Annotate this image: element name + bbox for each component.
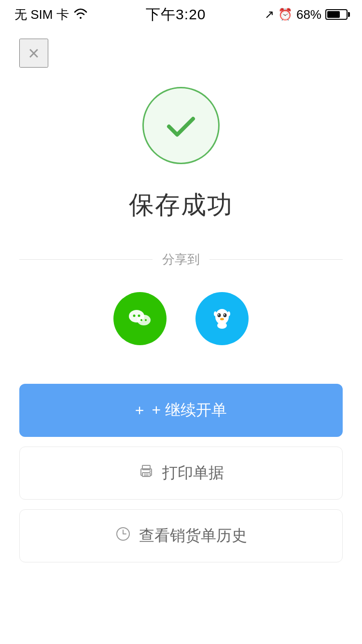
svg-point-12 [217,322,227,329]
print-label: 打印单据 [162,462,224,484]
battery-fill [327,11,340,18]
success-title: 保存成功 [129,188,233,222]
print-button[interactable]: 打印单据 [19,447,343,500]
svg-point-14 [227,311,230,316]
continue-label: + 继续开单 [152,400,227,421]
location-icon: ↗ [265,8,274,21]
svg-point-5 [145,319,147,321]
checkmark-icon [162,106,200,145]
svg-point-13 [214,311,217,316]
divider-line-right [209,259,343,260]
svg-point-20 [150,471,151,472]
status-time: 下午3:20 [146,5,206,25]
svg-point-9 [218,314,219,315]
share-wechat-button[interactable] [113,292,167,345]
clock-icon [115,526,131,546]
continue-icon: + [135,402,144,420]
svg-rect-17 [142,473,150,476]
divider-line-left [19,259,153,260]
svg-point-7 [218,313,221,317]
share-label: 分享到 [162,251,200,268]
printer-icon [138,463,154,483]
no-sim-text: 无 SIM 卡 [14,6,69,23]
svg-point-8 [223,313,227,317]
history-button[interactable]: 查看销货单历史 [19,509,343,562]
continue-button[interactable]: + + 继续开单 [19,384,343,437]
close-icon: × [28,43,39,63]
svg-point-4 [140,319,142,321]
svg-point-2 [133,315,136,317]
battery-bar [325,9,348,20]
svg-point-10 [224,314,225,315]
close-button[interactable]: × [19,39,48,68]
alarm-icon: ⏰ [278,8,292,21]
status-right: ↗ ⏰ 68% [265,7,348,22]
wechat-icon [125,304,154,333]
svg-point-11 [220,318,224,321]
main-content: × 保存成功 分享到 [0,29,362,644]
share-divider: 分享到 [19,251,343,268]
battery-percent: 68% [296,7,321,22]
success-icon-circle [142,87,220,164]
status-bar: 无 SIM 卡 下午3:20 ↗ ⏰ 68% [0,0,362,29]
battery-container [325,9,348,20]
svg-point-3 [138,315,140,317]
share-buttons-row [113,292,249,345]
share-qq-button[interactable] [195,292,249,345]
status-left: 无 SIM 卡 [14,6,87,23]
action-buttons: + + 继续开单 打印单据 [19,384,343,562]
qq-icon [208,304,237,333]
history-label: 查看销货单历史 [139,525,247,546]
wifi-icon [74,7,87,22]
